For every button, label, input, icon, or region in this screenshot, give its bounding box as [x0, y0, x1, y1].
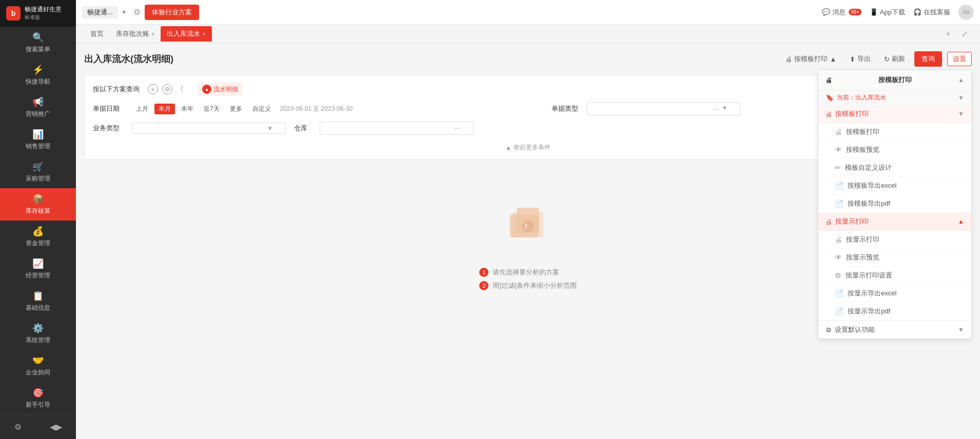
chevron-up-icon-panel: ▲	[958, 76, 964, 84]
tag-icon: ●	[202, 85, 211, 94]
date-chip-more[interactable]: 更多	[226, 104, 246, 114]
date-chip-this-month[interactable]: 本月	[154, 104, 175, 114]
print-template-button[interactable]: 🖨 按模板打印 ▲	[781, 52, 840, 66]
tab-close-batch[interactable]: ×	[151, 31, 154, 37]
filter-collapse-button[interactable]: 《	[177, 85, 184, 94]
date-chip-7days[interactable]: 近7天	[200, 104, 224, 114]
sidebar-item-quick-nav[interactable]: ⚡ 快捷导航	[0, 59, 76, 91]
window-controls: × ⤢	[941, 27, 972, 41]
date-chip-custom[interactable]: 自定义	[248, 104, 275, 114]
header-settings-icon[interactable]: ⚙	[133, 7, 141, 17]
display-preview-item[interactable]: 👁 按显示预览	[818, 249, 971, 267]
sidebar-item-enterprise[interactable]: 🤝 企业协同	[0, 350, 76, 382]
template-export-excel-item[interactable]: 📄 按模板导出excel	[818, 177, 971, 195]
doc-type-options-icon: ···	[713, 105, 719, 113]
app-download-button[interactable]: 📱 App下载	[870, 8, 905, 17]
doc-type-select[interactable]: ··· ▼	[586, 102, 740, 115]
sidebar-item-operations[interactable]: 📈 经营管理	[0, 253, 76, 285]
display-pdf-icon: 📄	[835, 307, 844, 315]
maximize-window-button[interactable]: ⤢	[957, 27, 972, 41]
tab-inout-flow[interactable]: 出入库流水 ×	[161, 26, 211, 42]
display-section-label: 🖨 按显示打印	[826, 217, 869, 226]
query-button[interactable]: 查询	[914, 51, 942, 67]
user-area: 畅捷通... ▼ ⚙	[82, 6, 141, 18]
online-service-button[interactable]: 🎧 在线客服	[913, 8, 950, 17]
display-export-pdf-item[interactable]: 📄 按显示导出pdf	[818, 303, 971, 321]
sidebar-item-search[interactable]: 🔍 搜索菜单	[0, 27, 76, 59]
tab-home[interactable]: 首页	[84, 26, 110, 42]
warehouse-label: 仓库	[294, 124, 307, 133]
empty-illustration: !	[502, 196, 554, 257]
display-section-header[interactable]: 🖨 按显示打印 ▲	[818, 213, 971, 231]
filter-actions: 按以下方案查询 + ⚙ 《	[93, 84, 184, 94]
settings-button[interactable]: ⚙	[10, 420, 26, 434]
filter-section-label: 按以下方案查询	[93, 85, 140, 94]
step-1-num: 1	[479, 268, 488, 277]
refresh-button[interactable]: ↻ 刷新	[880, 52, 909, 66]
sidebar-item-label: 基础信息	[26, 304, 50, 312]
display-print-settings-item[interactable]: ⚙ 按显示打印设置	[818, 267, 971, 285]
cta-button[interactable]: 体验行业方案	[145, 5, 199, 20]
sidebar-item-sales[interactable]: 📊 销售管理	[0, 124, 76, 156]
main-area: 畅捷通... ▼ ⚙ 体验行业方案 💬 消息 99+ 📱 App下载 🎧 在线客…	[76, 0, 980, 439]
target-icon: 🎯	[32, 387, 44, 398]
svg-text:!: !	[525, 222, 527, 230]
close-window-button[interactable]: ×	[941, 27, 955, 41]
sidebar-item-finance[interactable]: 💰 资金管理	[0, 221, 76, 253]
date-chip-last-month[interactable]: 上月	[132, 104, 152, 114]
template-section-header[interactable]: 🖨 按模板打印 ▼	[818, 105, 971, 123]
filter-add-button[interactable]: +	[148, 84, 158, 94]
sidebar-item-system[interactable]: ⚙️ 系统管理	[0, 317, 76, 350]
template-custom-item[interactable]: ✏ 模板自定义设计	[818, 159, 971, 177]
sidebar-item-label: 企业协同	[26, 368, 50, 377]
display-print-icon: 🖨	[826, 218, 832, 226]
settings-button[interactable]: 设置	[947, 52, 972, 66]
preview-icon: 👁	[835, 146, 842, 154]
section-icon: 🔖	[826, 94, 834, 102]
tab-batch-account[interactable]: 库存批次账 ×	[110, 26, 161, 42]
empty-step-2: 2 用[过滤]条件来缩小分析范围	[479, 281, 576, 290]
sidebar-item-label: 销售管理	[26, 142, 50, 151]
empty-steps: 1 请先选择要分析的方案 2 用[过滤]条件来缩小分析范围	[479, 268, 576, 290]
date-chip-this-year[interactable]: 本年	[177, 104, 198, 114]
message-badge: 99+	[849, 9, 861, 15]
header-right: 💬 消息 99+ 📱 App下载 🎧 在线客服 Rit	[822, 5, 974, 20]
date-field-label: 单据日期	[93, 104, 120, 113]
sidebar-item-inventory[interactable]: 📦 库存核算	[0, 188, 76, 221]
sidebar-item-guide[interactable]: 🎯 新手引导	[0, 382, 76, 414]
print-dropdown-panel: 🖨 按模板打印 ▲ 🔖 当前：出入库流水 ▼	[818, 70, 972, 339]
date-chips: 上月 本月 本年 近7天 更多 自定义	[132, 104, 275, 114]
warehouse-select[interactable]: ···	[320, 122, 474, 135]
printer-icon-header: 🖨	[826, 76, 832, 84]
display-export-excel-item[interactable]: 📄 按显示导出excel	[818, 285, 971, 303]
business-type-select[interactable]: ▼	[132, 123, 286, 134]
lightning-icon: ⚡	[32, 64, 44, 75]
sidebar-item-basic[interactable]: 📋 基础信息	[0, 285, 76, 317]
export-button[interactable]: ⬆ 导出	[846, 52, 875, 66]
avatar[interactable]: Rit	[958, 5, 974, 20]
collapse-sidebar-button[interactable]: ◀▶	[46, 420, 66, 434]
template-preview-item[interactable]: 👁 按模板预览	[818, 141, 971, 159]
clipboard-icon: 📋	[32, 290, 44, 302]
message-button[interactable]: 💬 消息 99+	[822, 8, 861, 17]
template-print-item[interactable]: 🖨 按模板打印	[818, 123, 971, 141]
app-name: 畅捷通好生意	[25, 6, 62, 14]
template-export-pdf-item[interactable]: 📄 按模板导出pdf	[818, 195, 971, 213]
display-settings-icon: ⚙	[835, 271, 841, 280]
display-print-item[interactable]: 🖨 按显示打印	[818, 231, 971, 249]
gear-icon: ⚙️	[32, 323, 44, 334]
sidebar-bottom: ⚙ ◀▶	[0, 414, 76, 439]
sidebar-item-marketing[interactable]: 📢 营销推广	[0, 91, 76, 124]
sidebar-item-label: 经营管理	[26, 271, 50, 280]
dropdown-footer[interactable]: ⚙ 设置默认功能 ▼	[818, 321, 971, 338]
sidebar-item-label: 库存核算	[26, 207, 50, 215]
tab-close-inout[interactable]: ×	[202, 31, 205, 37]
sidebar-item-label: 营销推广	[26, 110, 50, 118]
filter-settings-button[interactable]: ⚙	[162, 84, 172, 94]
search-icon: 🔍	[32, 32, 44, 43]
display-preview-icon: 👁	[835, 253, 842, 262]
user-dropdown-icon[interactable]: ▼	[121, 9, 127, 16]
sidebar-item-purchase[interactable]: 🛒 采购管理	[0, 156, 76, 188]
warehouse-options-icon: ···	[455, 124, 461, 132]
display-excel-icon: 📄	[835, 289, 844, 297]
